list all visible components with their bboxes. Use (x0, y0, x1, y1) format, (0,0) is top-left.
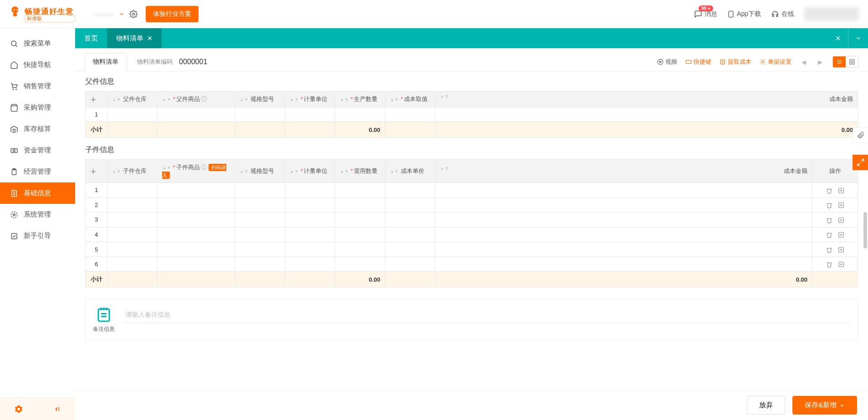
tab-close-button[interactable]: ✕ (147, 35, 153, 42)
svg-point-10 (13, 149, 15, 152)
child-col-gear[interactable] (86, 160, 107, 183)
content-area: 物料清单 物料清单编码 0000001 视频 快捷键 (75, 48, 868, 390)
close-all-tabs-button[interactable] (828, 28, 848, 48)
child-col-warehouse[interactable]: ▲▼子件仓库 (107, 160, 158, 183)
table-row[interactable]: 1 (86, 107, 858, 122)
sidebar-item-search[interactable]: 搜索菜单 (0, 33, 75, 54)
fullscreen-button[interactable] (853, 155, 868, 170)
org-settings-button[interactable] (129, 10, 138, 18)
parent-col-spec[interactable]: ▲▼规格型号 (235, 91, 285, 107)
plus-square-icon (838, 261, 844, 268)
delete-row-button[interactable] (826, 246, 832, 253)
chevron-down-icon (855, 35, 862, 41)
add-row-button[interactable] (838, 231, 844, 238)
cta-button[interactable]: 体验行业方案 (146, 6, 199, 22)
child-col-need[interactable]: ▲▼*需用数量 (335, 160, 385, 183)
sidebar-item-money[interactable]: 资金管理 (0, 140, 75, 161)
sidebar-item-system[interactable]: 系统管理 (0, 204, 75, 225)
child-col-product[interactable]: ▲▼*子件商品ⓘ扫码录入 (158, 160, 235, 183)
table-row[interactable]: 2 (86, 197, 858, 213)
sidebar-item-label: 采购管理 (24, 103, 51, 112)
add-row-button[interactable] (838, 246, 844, 253)
doc-settings-action[interactable]: 单据设置 (760, 58, 791, 66)
clipboard-icon (10, 168, 18, 176)
table-row[interactable]: 1 (86, 183, 858, 198)
plus-square-icon (838, 202, 844, 208)
parent-col-product[interactable]: ▲▼*父件商品ⓘ (158, 91, 235, 107)
attachment-button[interactable] (853, 127, 868, 143)
extract-cost-action[interactable]: 提取成本 (720, 58, 751, 66)
parent-col-gear[interactable] (86, 91, 107, 107)
trash-icon (826, 261, 832, 268)
delete-row-button[interactable] (826, 231, 832, 238)
brand-edition: 标准版 (25, 15, 75, 22)
sidebar-settings-button[interactable] (15, 405, 23, 413)
view-list-button[interactable] (833, 56, 846, 67)
support-button[interactable]: 在线 (771, 10, 794, 18)
view-grid-button[interactable] (846, 56, 858, 67)
sidebar-item-warehouse[interactable]: 库存核算 (0, 118, 75, 140)
user-avatar[interactable] (804, 7, 859, 21)
add-row-button[interactable] (838, 216, 844, 223)
bom-code-value: 0000001 (179, 58, 207, 66)
delete-row-button[interactable] (826, 187, 832, 194)
sidebar-item-label: 搜索菜单 (24, 39, 51, 48)
plus-square-icon (838, 217, 844, 223)
discard-button[interactable]: 放弃 (747, 396, 785, 415)
video-action[interactable]: 视频 (657, 58, 677, 66)
delete-row-button[interactable] (826, 261, 832, 268)
save-and-new-button[interactable]: 保存&新增 (792, 396, 857, 415)
parent-col-costamt[interactable]: ▲▼成本金额 (435, 91, 858, 107)
table-row[interactable]: 6 (86, 257, 858, 272)
help-icon[interactable]: ⓘ (201, 164, 207, 171)
sidebar-item-home[interactable]: 快捷导航 (0, 54, 75, 76)
parent-col-unit[interactable]: ▲▼*计量单位 (285, 91, 335, 107)
svg-point-35 (92, 171, 94, 172)
messages-button[interactable]: 99 + 消息 (694, 10, 717, 18)
help-icon[interactable]: ⓘ (201, 96, 207, 102)
sidebar-item-bag[interactable]: 采购管理 (0, 97, 75, 118)
child-col-unit[interactable]: ▲▼*计量单位 (285, 160, 335, 183)
table-row[interactable]: 5 (86, 242, 858, 257)
paperclip-icon (857, 131, 865, 139)
sidebar-collapse-button[interactable] (52, 405, 61, 413)
doc-icon (10, 189, 18, 197)
svg-rect-19 (11, 233, 17, 239)
child-subtotal-row: 小计 0.00 0.00 (86, 272, 858, 288)
parent-col-costsrc[interactable]: ▲▼*成本取值 (385, 91, 435, 107)
table-row[interactable]: 3 (86, 213, 858, 228)
parent-subtotal-row: 小计 0.00 0.00 (86, 122, 858, 138)
download-button[interactable]: App下载 (727, 10, 761, 18)
child-col-unitcost[interactable]: ▲▼成本单价 (385, 160, 435, 183)
delete-row-button[interactable] (826, 216, 832, 223)
child-col-spec[interactable]: ▲▼规格型号 (235, 160, 285, 183)
add-row-button[interactable] (838, 202, 844, 209)
prev-doc-button[interactable]: ◀ (800, 59, 808, 66)
parent-col-warehouse[interactable]: ▲▼父件仓库 (107, 91, 158, 107)
sidebar-item-label: 新手引导 (24, 232, 51, 240)
delete-row-button[interactable] (826, 202, 832, 209)
org-selector[interactable]: ——— (93, 10, 125, 18)
remark-input[interactable] (124, 306, 850, 323)
table-row[interactable]: 4 (86, 227, 858, 242)
plus-square-icon (838, 232, 844, 238)
add-row-button[interactable] (838, 261, 844, 268)
add-row-button[interactable] (838, 187, 844, 194)
sidebar-item-clipboard[interactable]: 经营管理 (0, 161, 75, 182)
child-col-ops: 操作 (812, 160, 858, 183)
page-tab-bom[interactable]: 物料清单 (84, 53, 127, 71)
next-doc-button[interactable]: ▶ (816, 59, 824, 66)
parent-col-qty[interactable]: ▲▼*生产数量 (335, 91, 385, 107)
svg-line-60 (861, 159, 863, 162)
expand-tabs-button[interactable] (848, 28, 868, 48)
scrollbar[interactable] (863, 212, 867, 248)
sidebar-item-guide[interactable]: 新手引导 (0, 225, 75, 247)
tab-home[interactable]: 首页 (75, 28, 107, 48)
child-col-costamt[interactable]: ▲▼成本金额 (435, 160, 812, 183)
gear-icon (90, 96, 97, 103)
shortcut-action[interactable]: 快捷键 (685, 58, 711, 66)
sidebar-item-doc[interactable]: 基础信息 (0, 182, 75, 204)
sidebar-item-cart[interactable]: 销售管理 (0, 76, 75, 97)
tab-bom[interactable]: 物料清单 ✕ (107, 28, 162, 48)
brand-block: 畅捷通好生意 标准版 (9, 5, 75, 22)
